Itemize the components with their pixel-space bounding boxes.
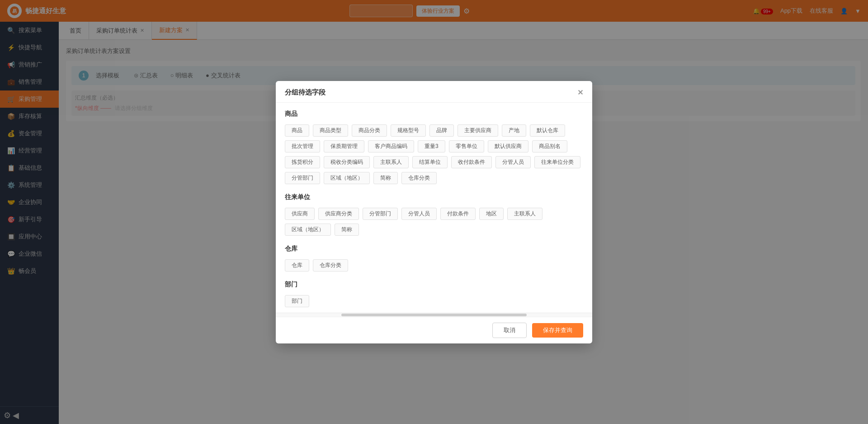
field-tag-主联系人[interactable]: 主联系人 — [373, 156, 409, 168]
field-tag-简称[interactable]: 简称 — [373, 172, 398, 184]
field-tag-分管部门[interactable]: 分管部门 — [363, 208, 398, 220]
section-title-goods: 商品 — [285, 110, 583, 120]
confirm-button[interactable]: 保存并查询 — [532, 323, 583, 338]
field-select-modal: 分组待选字段 ✕ 商品商品商品类型商品分类规格型号品牌主要供应商产地默认仓库批次… — [276, 81, 592, 343]
field-tag-分管部门[interactable]: 分管部门 — [285, 172, 320, 184]
field-tag-商品别名[interactable]: 商品别名 — [532, 140, 567, 152]
field-tag-商品[interactable]: 商品 — [285, 124, 309, 137]
modal-overlay: 分组待选字段 ✕ 商品商品商品类型商品分类规格型号品牌主要供应商产地默认仓库批次… — [0, 0, 868, 424]
field-tag-零售单位[interactable]: 零售单位 — [449, 140, 484, 152]
field-tag-规格型号[interactable]: 规格型号 — [391, 124, 426, 137]
field-tag-重量3[interactable]: 重量3 — [418, 140, 445, 152]
cancel-button[interactable]: 取消 — [492, 323, 527, 338]
field-tag-简称[interactable]: 简称 — [335, 224, 359, 236]
field-tag-供应商分类[interactable]: 供应商分类 — [318, 208, 359, 220]
section-warehouse: 仓库仓库仓库分类 — [285, 245, 583, 272]
field-tag-商品类型[interactable]: 商品类型 — [313, 124, 348, 137]
field-tag-税收分类编码[interactable]: 税收分类编码 — [324, 156, 370, 168]
modal-footer: 取消 保存并查询 — [276, 317, 592, 343]
section-partner: 往来单位供应商供应商分类分管部门分管人员付款条件地区主联系人区域（地区）简称 — [285, 193, 583, 236]
field-tag-仓库分类[interactable]: 仓库分类 — [401, 172, 437, 184]
field-tag-品牌[interactable]: 品牌 — [429, 124, 454, 137]
field-tags-warehouse: 仓库仓库分类 — [285, 259, 583, 272]
modal-hscroll[interactable] — [276, 313, 592, 317]
field-tag-保质期管理[interactable]: 保质期管理 — [324, 140, 364, 152]
section-department: 部门部门 — [285, 281, 583, 307]
field-tag-收付款条件[interactable]: 收付款条件 — [451, 156, 492, 168]
section-title-department: 部门 — [285, 281, 583, 291]
field-tag-分管人员[interactable]: 分管人员 — [401, 208, 437, 220]
field-tag-结算单位[interactable]: 结算单位 — [412, 156, 448, 168]
section-title-warehouse: 仓库 — [285, 245, 583, 255]
field-tags-partner: 供应商供应商分类分管部门分管人员付款条件地区主联系人区域（地区）简称 — [285, 208, 583, 236]
field-tag-批次管理[interactable]: 批次管理 — [285, 140, 320, 152]
field-tag-主要供应商[interactable]: 主要供应商 — [458, 124, 498, 137]
field-tag-区域（地区）[interactable]: 区域（地区） — [324, 172, 370, 184]
section-goods: 商品商品商品类型商品分类规格型号品牌主要供应商产地默认仓库批次管理保质期管理客户… — [285, 110, 583, 184]
field-tag-商品分类[interactable]: 商品分类 — [352, 124, 387, 137]
field-tag-默认仓库[interactable]: 默认仓库 — [530, 124, 565, 137]
modal-close-icon[interactable]: ✕ — [577, 88, 583, 97]
field-tags-department: 部门 — [285, 295, 583, 307]
field-tag-客户商品编码[interactable]: 客户商品编码 — [368, 140, 414, 152]
field-tag-产地[interactable]: 产地 — [502, 124, 526, 137]
field-tag-付款条件[interactable]: 付款条件 — [440, 208, 476, 220]
field-tag-部门[interactable]: 部门 — [285, 295, 309, 307]
modal-title: 分组待选字段 — [285, 88, 326, 97]
field-tag-区域（地区）[interactable]: 区域（地区） — [285, 224, 331, 236]
field-tag-往来单位分类[interactable]: 往来单位分类 — [534, 156, 580, 168]
section-title-partner: 往来单位 — [285, 193, 583, 203]
field-tag-地区[interactable]: 地区 — [479, 208, 504, 220]
field-tags-goods: 商品商品类型商品分类规格型号品牌主要供应商产地默认仓库批次管理保质期管理客户商品… — [285, 124, 583, 184]
field-tag-分管人员[interactable]: 分管人员 — [495, 156, 531, 168]
field-tag-供应商[interactable]: 供应商 — [285, 208, 315, 220]
field-tag-仓库分类[interactable]: 仓库分类 — [313, 259, 348, 272]
field-tag-拣货积分[interactable]: 拣货积分 — [285, 156, 320, 168]
modal-header: 分组待选字段 ✕ — [276, 81, 592, 103]
field-tag-默认供应商[interactable]: 默认供应商 — [488, 140, 528, 152]
field-tag-仓库[interactable]: 仓库 — [285, 259, 309, 272]
modal-body[interactable]: 商品商品商品类型商品分类规格型号品牌主要供应商产地默认仓库批次管理保质期管理客户… — [276, 103, 592, 313]
field-tag-主联系人[interactable]: 主联系人 — [507, 208, 542, 220]
